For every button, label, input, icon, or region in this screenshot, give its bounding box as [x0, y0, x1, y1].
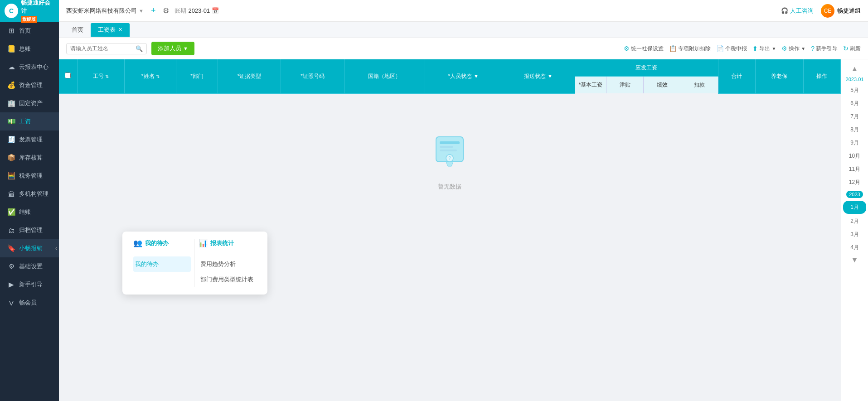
timeline-year-header: 2023.01	[844, 75, 866, 84]
user-menu[interactable]: CE 畅捷通组	[821, 4, 861, 18]
settings-icon[interactable]: ⚙	[163, 6, 169, 15]
empty-icon: ?	[427, 130, 472, 175]
table-header-row1: 工号 ⇅ *姓名 ⇅ *部门 *证据类型 *证照号码 国籍（地区） *人员状态 …	[59, 59, 841, 77]
header-job-no: 工号 ⇅	[77, 59, 125, 93]
sidebar-item-basic[interactable]: ⚙ 基础设置	[0, 257, 59, 275]
header-bonus: 绩效	[644, 77, 681, 94]
export-arrow: ▼	[771, 46, 776, 51]
tax-report-label: 个税申报	[725, 45, 747, 53]
timeline-month-9[interactable]: 9月	[841, 136, 868, 150]
sidebar-item-member[interactable]: V 畅会员	[0, 294, 59, 312]
timeline-month-4[interactable]: 4月	[841, 241, 868, 254]
sidebar-item-label: 云报表中心	[19, 63, 48, 71]
service-button[interactable]: 🎧 人工咨询	[781, 7, 814, 15]
calendar-icon[interactable]: 📅	[212, 7, 219, 14]
svg-rect-2	[440, 146, 453, 148]
company-selector[interactable]: 西安虾米网络科技有限公司 ▼	[66, 7, 144, 15]
timeline-month-11[interactable]: 11月	[841, 163, 868, 176]
sidebar-item-expense[interactable]: 🔖 小畅报销 ‹	[0, 239, 59, 257]
timeline-month-10[interactable]: 10月	[841, 150, 868, 163]
filter-status-icon[interactable]: ▼	[474, 73, 479, 79]
sidebar-item-settle[interactable]: ✅ 结账	[0, 203, 59, 221]
basic-icon: ⚙	[7, 262, 15, 271]
export-action[interactable]: ⬆ 导出 ▼	[752, 45, 776, 53]
popup-item-cost-trend[interactable]: 费用趋势分析	[199, 256, 257, 272]
select-all-checkbox[interactable]	[65, 72, 71, 78]
search-icon[interactable]: 🔍	[136, 45, 143, 52]
add-person-button[interactable]: 添加人员 ▼	[151, 42, 194, 55]
sidebar-item-archive[interactable]: 🗂 归档管理	[0, 221, 59, 239]
report-title-icon: 📊	[199, 239, 208, 247]
sidebar-item-label: 发票管理	[19, 135, 43, 144]
expense-popup: 👥 我的待办 我的待办 📊 报表统计 费用趋势分析	[122, 232, 267, 295]
sidebar-item-fund[interactable]: 💰 资金管理	[0, 76, 59, 94]
deduction-action[interactable]: 📋 专项附加扣除	[669, 45, 711, 53]
sidebar-item-cloud-report[interactable]: ☁ 云报表中心	[0, 58, 59, 76]
timeline-month-3[interactable]: 3月	[841, 228, 868, 241]
sidebar: C 畅捷通好会计 旗舰版 ⊞ 首页 📒 总账 ☁ 云报表中心 💰 资金管理 🏢 …	[0, 0, 59, 401]
header-dept: *部门	[176, 59, 218, 93]
tab-salary[interactable]: 工资表 ✕	[91, 23, 130, 37]
timeline-month-7[interactable]: 7月	[841, 110, 868, 123]
sidebar-item-label: 工资	[19, 117, 31, 126]
sidebar-item-label: 归档管理	[19, 226, 43, 234]
header-name: *姓名 ⇅	[125, 59, 176, 93]
popup-item-dept-cost[interactable]: 部门费用类型统计表	[199, 272, 257, 287]
sidebar-item-home[interactable]: ⊞ 首页	[0, 22, 59, 40]
logo-icon: C	[5, 4, 18, 18]
avatar: CE	[821, 4, 834, 18]
popup-item-my-todo[interactable]: 我的待办	[133, 256, 191, 272]
timeline-month-6[interactable]: 6月	[841, 97, 868, 110]
tab-close-icon[interactable]: ✕	[118, 27, 122, 33]
sidebar-item-fixed-assets[interactable]: 🏢 固定资产	[0, 94, 59, 112]
operation-arrow: ▼	[801, 46, 805, 51]
social-label: 统一社保设置	[631, 45, 664, 53]
timeline-month-1[interactable]: 1月	[843, 201, 866, 214]
timeline-month-12[interactable]: 12月	[841, 176, 868, 189]
filter-report-icon[interactable]: ▼	[548, 73, 553, 79]
ledger-icon: 📒	[7, 45, 15, 53]
sidebar-item-guide[interactable]: ▶ 新手引导	[0, 275, 59, 294]
guide-action[interactable]: ? 新手引导	[811, 45, 838, 53]
sort-job-no[interactable]: ⇅	[105, 74, 109, 79]
tax-icon: 🧮	[7, 172, 15, 180]
timeline-year-badge: 2023	[846, 191, 863, 198]
tax-report-action[interactable]: 📄 个税申报	[716, 45, 747, 53]
sidebar-item-tax[interactable]: 🧮 税务管理	[0, 167, 59, 185]
header-basic-salary: *基本工资	[575, 77, 606, 94]
sidebar-item-label: 基础设置	[19, 262, 43, 271]
timeline-month-8[interactable]: 8月	[841, 123, 868, 136]
refresh-action[interactable]: ↻ 刷新	[843, 45, 861, 53]
home-icon: ⊞	[7, 27, 15, 35]
timeline-nav-down[interactable]: ▼	[849, 254, 860, 266]
sidebar-item-invoice[interactable]: 🧾 发票管理	[0, 130, 59, 149]
sidebar-item-label: 税务管理	[19, 172, 43, 180]
my-todo-label: 我的待办	[135, 261, 159, 267]
popup-report-title: 📊 报表统计	[199, 239, 257, 251]
sort-name[interactable]: ⇅	[156, 74, 160, 79]
operation-action[interactable]: ⚙ 操作 ▼	[781, 45, 805, 53]
fixed-assets-icon: 🏢	[7, 99, 15, 107]
deduction-icon: 📋	[669, 45, 677, 52]
header-salary-group: 应发工资	[575, 59, 718, 77]
sidebar-item-ledger[interactable]: 📒 总账	[0, 40, 59, 58]
topbar: 西安虾米网络科技有限公司 ▼ + ⚙ 账期 2023-01 📅 🎧 人工咨询 C…	[59, 0, 868, 22]
sidebar-item-multi-org[interactable]: 🏛 多机构管理	[0, 185, 59, 203]
header-action-col: 操作	[803, 59, 840, 93]
tax-report-icon: 📄	[716, 45, 724, 52]
timeline-nav-up[interactable]: ▲	[849, 63, 860, 75]
sidebar-item-salary[interactable]: 💵 工资	[0, 112, 59, 130]
add-btn-arrow: ▼	[183, 46, 188, 51]
timeline-month-5[interactable]: 5月	[841, 84, 868, 97]
timeline-month-2[interactable]: 2月	[841, 215, 868, 228]
archive-icon: 🗂	[7, 227, 15, 234]
social-insurance-action[interactable]: ⚙ 统一社保设置	[624, 45, 664, 53]
tab-home[interactable]: 首页	[64, 23, 91, 37]
sidebar-item-inventory[interactable]: 📦 库存核算	[0, 149, 59, 167]
add-company-button[interactable]: +	[151, 6, 156, 15]
sidebar-item-label: 多机构管理	[19, 190, 48, 198]
operation-icon: ⚙	[781, 45, 787, 52]
cloud-icon: ☁	[7, 63, 15, 71]
add-btn-label: 添加人员	[158, 44, 181, 53]
search-input[interactable]	[70, 45, 134, 52]
